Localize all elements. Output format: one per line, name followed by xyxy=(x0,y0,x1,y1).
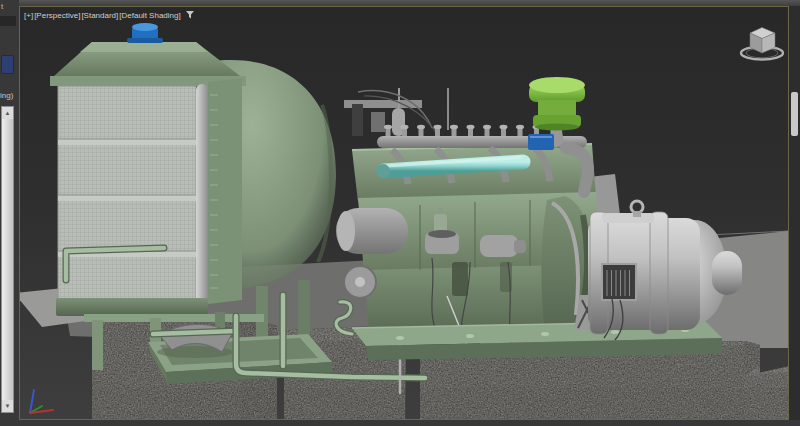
radiator-core xyxy=(58,86,196,302)
shaft-stub xyxy=(712,251,742,295)
left-panel-label-fragment: ing) xyxy=(0,91,13,100)
viewcube[interactable] xyxy=(741,28,783,60)
right-scrollbar-thumb[interactable] xyxy=(791,92,798,136)
left-panel-band xyxy=(0,16,16,26)
perspective-viewport[interactable]: [+] [Perspective] [Standard] [Default Sh… xyxy=(19,6,789,420)
radiator-filler-cap xyxy=(127,23,163,43)
viewport-menu-shading[interactable]: [Default Shading] xyxy=(119,11,180,20)
3dsmax-window: t ing) ▲ ▼ [+] [Perspective] [Standard] … xyxy=(0,0,800,426)
world-axis-tripod xyxy=(30,390,53,413)
air-filter xyxy=(529,77,585,131)
scroll-down-icon[interactable]: ▼ xyxy=(2,400,13,412)
side-box xyxy=(480,235,518,257)
scroll-up-icon[interactable]: ▲ xyxy=(2,107,13,119)
oil-bath-cup xyxy=(425,230,459,254)
viewport-menu-general[interactable]: [+] xyxy=(24,11,33,20)
viewport-menu-standard[interactable]: [Standard] xyxy=(81,11,118,20)
left-cutoff-panel: t ing) ▲ ▼ xyxy=(0,0,19,426)
viewport-label: [+] [Perspective] [Standard] [Default Sh… xyxy=(24,10,195,20)
filter-funnel-icon[interactable] xyxy=(185,10,195,20)
viewport-canvas[interactable] xyxy=(20,7,788,419)
left-panel-text-fragment: t xyxy=(1,2,3,11)
viewport-menu-pov[interactable]: [Perspective] xyxy=(34,11,80,20)
vent-window xyxy=(602,264,636,300)
radiator[interactable] xyxy=(50,23,246,316)
bottom-edge-strip xyxy=(0,420,800,426)
panel-blue-icon xyxy=(1,55,14,74)
right-cutoff-strip xyxy=(789,6,800,420)
left-panel-scrollbar[interactable]: ▲ ▼ xyxy=(1,106,14,413)
